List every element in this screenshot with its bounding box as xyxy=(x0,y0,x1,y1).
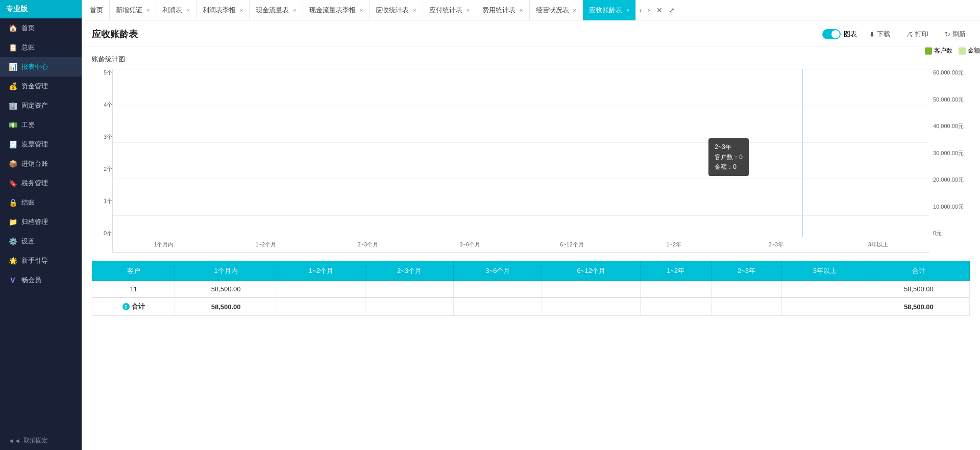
home-icon: 🏠 xyxy=(8,24,17,32)
total-m6 xyxy=(454,297,542,316)
tab-profit[interactable]: 利润表 × xyxy=(156,0,196,20)
sidebar-item-archive[interactable]: 📁 归档管理 xyxy=(0,212,82,232)
tab-home[interactable]: 首页 xyxy=(84,0,110,20)
sidebar-item-label: 发票管理 xyxy=(21,140,48,149)
total-m2 xyxy=(277,297,365,316)
sales-icon: 📦 xyxy=(8,160,17,168)
tab-cashflow-label: 现金流量表 xyxy=(256,6,289,15)
tab-payable-stat-close[interactable]: × xyxy=(467,7,470,13)
x-label-7: 2~3年 xyxy=(725,237,827,252)
sidebar-item-report[interactable]: 📊 报表中心 xyxy=(0,57,82,77)
invoice-icon: 🧾 xyxy=(8,140,17,148)
header-actions: 图表 ⬇ 下载 🖨 打印 ↻ 刷新 xyxy=(822,28,970,41)
refresh-btn[interactable]: ↻ 刷新 xyxy=(941,28,970,41)
page-title: 应收账龄表 xyxy=(92,28,138,40)
tab-receivable-stat[interactable]: 应收统计表 × xyxy=(370,0,423,20)
sidebar-item-label: 新手引导 xyxy=(21,256,48,265)
download-btn[interactable]: ⬇ 下载 xyxy=(865,28,894,41)
tab-receivable-aging-label: 应收账龄表 xyxy=(589,6,622,15)
tab-payable-stat-label: 应付统计表 xyxy=(429,6,462,15)
tab-cashflow-quarterly-label: 现金流量表季报 xyxy=(309,6,356,15)
fund-icon: 💰 xyxy=(8,82,17,90)
tab-business-stat-close[interactable]: × xyxy=(573,7,576,13)
sidebar-item-label: 首页 xyxy=(21,23,35,33)
tab-cashflow-close[interactable]: × xyxy=(293,7,296,13)
download-icon: ⬇ xyxy=(869,31,875,38)
sidebar-item-guide[interactable]: 🌟 新手引导 xyxy=(0,251,82,270)
total-y2 xyxy=(641,297,712,316)
tab-voucher-label: 新增凭证 xyxy=(116,6,142,15)
settings-icon: ⚙️ xyxy=(8,237,17,245)
col-header-m6: 3~6个月 xyxy=(454,261,542,281)
tab-prev-btn[interactable]: ‹ xyxy=(636,0,645,20)
chart-legend: 客户数 金额 xyxy=(925,46,980,55)
sidebar-item-label: 资金管理 xyxy=(21,82,48,91)
col-header-m2: 1~2个月 xyxy=(277,261,365,281)
sidebar-item-fund[interactable]: 💰 资金管理 xyxy=(0,77,82,96)
sidebar-item-label: 工资 xyxy=(21,120,35,130)
tab-receivable-aging[interactable]: 应收账龄表 × xyxy=(583,0,636,20)
salary-icon: 💵 xyxy=(8,121,17,129)
tab-profit-quarterly[interactable]: 利润表季报 × xyxy=(197,0,250,20)
page-content: 应收账龄表 图表 ⬇ 下载 🖨 打印 ↻ 刷新 xyxy=(82,20,980,450)
sidebar-item-close[interactable]: 🔒 结账 xyxy=(0,193,82,212)
tab-cashflow-quarterly[interactable]: 现金流量表季报 × xyxy=(303,0,370,20)
total-label-group: ∑ 合计 xyxy=(96,302,170,311)
tab-expense-stat[interactable]: 费用统计表 × xyxy=(476,0,529,20)
print-btn[interactable]: 🖨 打印 xyxy=(902,28,933,41)
tab-profit-close[interactable]: × xyxy=(186,7,189,13)
report-icon: 📊 xyxy=(8,63,17,71)
refresh-label: 刷新 xyxy=(952,30,966,39)
x-label-3: 2~3个月 xyxy=(317,237,419,252)
cell-m1: 58,500.00 xyxy=(175,281,277,298)
sidebar-item-label: 畅会员 xyxy=(21,276,41,285)
tab-business-stat[interactable]: 经营状况表 × xyxy=(530,0,583,20)
sidebar-item-home[interactable]: 🏠 首页 xyxy=(0,18,82,38)
sidebar-item-salary[interactable]: 💵 工资 xyxy=(0,115,82,135)
sidebar-item-tax[interactable]: 🔖 税务管理 xyxy=(0,173,82,193)
tab-receivable-aging-close[interactable]: × xyxy=(626,7,629,13)
x-label-4: 3~6个月 xyxy=(419,237,521,252)
sidebar-item-vip[interactable]: V 畅会员 xyxy=(0,270,82,290)
total-total: 58,500.00 xyxy=(868,297,969,316)
col-header-y2: 1~2年 xyxy=(641,261,712,281)
asset-icon: 🏢 xyxy=(8,102,17,110)
tab-expense-stat-label: 费用统计表 xyxy=(482,6,516,15)
tab-voucher[interactable]: 新增凭证 × xyxy=(110,0,156,20)
bars-area xyxy=(113,69,929,237)
chart-toggle-group: 图表 xyxy=(822,29,857,39)
sidebar-item-invoice[interactable]: 🧾 发票管理 xyxy=(0,135,82,154)
y-axis-right: 60,000.00元 50,000.00元 40,000.00元 30,000.… xyxy=(929,69,970,253)
archive-icon: 📁 xyxy=(8,218,17,226)
sidebar-item-ledger[interactable]: 📋 总账 xyxy=(0,38,82,57)
total-yplus xyxy=(782,297,868,316)
tab-profit-quarterly-label: 利润表季报 xyxy=(203,6,236,15)
tab-close-all-btn[interactable]: ✕ xyxy=(653,0,666,20)
sidebar-item-settings[interactable]: ⚙️ 设置 xyxy=(0,232,82,251)
col-header-m12: 6~12个月 xyxy=(542,261,641,281)
cell-y3 xyxy=(711,281,782,298)
sidebar-item-asset[interactable]: 🏢 固定资产 xyxy=(0,96,82,115)
total-icon: ∑ xyxy=(122,303,130,310)
tab-cashflow-quarterly-close[interactable]: × xyxy=(360,7,363,13)
tab-expense-stat-close[interactable]: × xyxy=(520,7,523,13)
col-header-m1: 1个月内 xyxy=(175,261,277,281)
cell-yplus xyxy=(782,281,868,298)
tab-next-btn[interactable]: › xyxy=(645,0,653,20)
chart-title: 账龄统计图 xyxy=(92,55,970,64)
chart-toggle[interactable] xyxy=(822,29,841,39)
tab-expand-btn[interactable]: ⤢ xyxy=(666,0,678,20)
tab-payable-stat[interactable]: 应付统计表 × xyxy=(423,0,476,20)
table-header-row: 客户 1个月内 1~2个月 2~3个月 3~6个月 6~12个月 1~2年 2~… xyxy=(92,261,970,281)
table-area: 客户 1个月内 1~2个月 2~3个月 3~6个月 6~12个月 1~2年 2~… xyxy=(82,261,980,326)
tab-cashflow[interactable]: 现金流量表 × xyxy=(250,0,303,20)
tab-receivable-stat-close[interactable]: × xyxy=(413,7,416,13)
sidebar-item-sales[interactable]: 📦 进销台账 xyxy=(0,154,82,173)
tab-bar: 首页 新增凭证 × 利润表 × 利润表季报 × 现金流量表 × 现金流量表季报 … xyxy=(82,0,980,20)
tab-business-stat-label: 经营状况表 xyxy=(536,6,569,15)
sidebar-toggle-pin[interactable]: ◄◄ 取消固定 xyxy=(0,431,82,450)
chart-container: 5个 4个 3个 2个 1个 0个 xyxy=(92,69,970,253)
tab-voucher-close[interactable]: × xyxy=(146,7,150,13)
x-label-5: 6~12个月 xyxy=(521,237,623,252)
tab-profit-quarterly-close[interactable]: × xyxy=(240,7,243,13)
